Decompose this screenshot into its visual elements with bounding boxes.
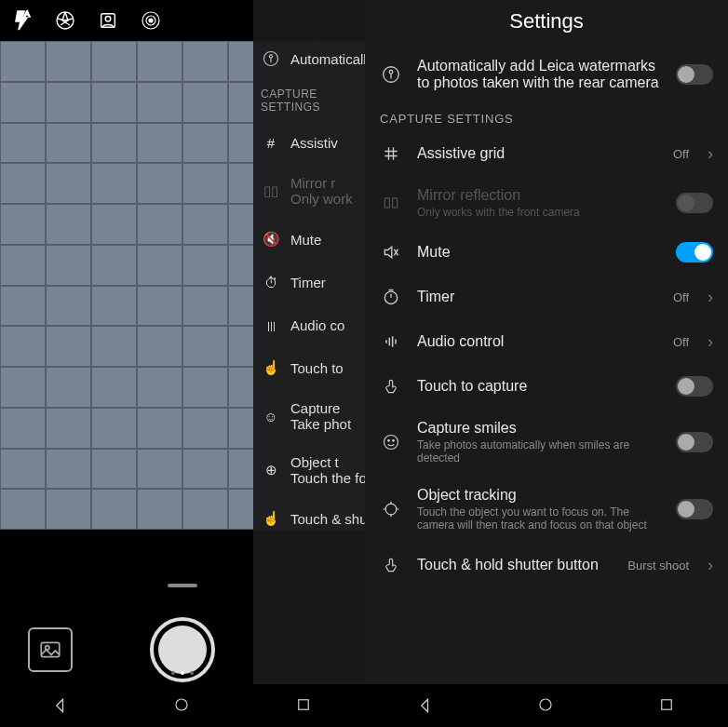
svg-point-18 (384, 436, 398, 450)
watermark-icon (261, 48, 281, 69)
svg-point-10 (269, 55, 272, 58)
chevron-right-icon: › (708, 556, 713, 575)
crosshair-icon (380, 498, 402, 520)
overlay-section-header: CAPTURE SETTINGS (253, 80, 365, 121)
home-icon[interactable] (537, 696, 556, 715)
touch-icon (380, 375, 402, 397)
smile-icon (380, 431, 402, 453)
mirror-sublabel: Only works with the front camera (417, 206, 661, 219)
drawer-handle-icon[interactable] (168, 584, 197, 587)
watermark-toggle[interactable] (676, 64, 713, 85)
svg-point-11 (176, 699, 187, 710)
settings-list: Automatically add Leica watermarks to ph… (365, 47, 728, 712)
smiles-sublabel: Take photos automatically when smiles ar… (417, 438, 661, 464)
mirror-icon: ▯▯ (261, 181, 281, 201)
mute-icon (380, 241, 402, 263)
svg-rect-16 (393, 198, 398, 208)
camera-page-dots (171, 671, 194, 675)
touch-icon: ☝ (261, 357, 281, 378)
audio-label: Audio control (417, 333, 658, 350)
audio-bars-icon (380, 330, 402, 353)
watermark-stamp-icon (380, 63, 402, 86)
camera-phone-screen: A // decorative windows filled later - f… (0, 0, 365, 727)
grid-icon (380, 142, 402, 165)
smiles-toggle[interactable] (676, 432, 713, 452)
settings-title: Settings (365, 0, 728, 47)
aperture-icon[interactable] (52, 7, 78, 34)
svg-rect-23 (662, 700, 672, 710)
recents-icon[interactable] (295, 696, 314, 715)
row-assistive-grid[interactable]: Assistive grid Off › (365, 131, 728, 176)
mute-label: Mute (417, 244, 661, 261)
gallery-button[interactable] (28, 627, 73, 672)
svg-point-14 (389, 70, 393, 74)
hold-value: Burst shoot (627, 559, 689, 572)
row-audio-control[interactable]: Audio control Off › (365, 319, 728, 364)
svg-text:A: A (24, 9, 30, 19)
watermark-label: Automatically add Leica watermarks to ph… (417, 58, 661, 91)
track-label: Object tracking (417, 487, 661, 504)
target-icon: ⊕ (261, 460, 281, 480)
mirror-toggle (676, 193, 713, 213)
back-icon[interactable] (416, 696, 435, 715)
touch-hold-icon: ☝ (261, 508, 281, 529)
timer-icon (380, 286, 402, 308)
row-watermark[interactable]: Automatically add Leica watermarks to ph… (365, 47, 728, 102)
flash-auto-icon[interactable]: A (9, 7, 35, 34)
track-sublabel: Touch the object you want to focus on. T… (417, 505, 661, 532)
home-icon[interactable] (173, 696, 192, 715)
svg-rect-12 (298, 700, 308, 710)
mute-icon: 🔇 (261, 229, 281, 249)
chevron-right-icon: › (708, 144, 713, 164)
settings-phone-screen: Settings Automatically add Leica waterma… (365, 0, 728, 727)
mirror-label: Mirror reflection (417, 187, 661, 204)
row-object-tracking[interactable]: Object tracking Touch the object you wan… (365, 476, 728, 543)
svg-point-3 (105, 16, 111, 21)
settings-overlay-partial: Automatically add Leica watermarks… CAPT… (253, 0, 365, 684)
timer-icon: ⏱ (261, 272, 281, 292)
audio-icon: ⫼ (261, 315, 281, 335)
svg-point-21 (385, 504, 397, 515)
grid-label: Assistive grid (417, 145, 658, 162)
svg-point-20 (393, 440, 395, 442)
hold-label: Touch & hold shutter button (417, 557, 613, 573)
row-mirror-reflection: Mirror reflection Only works with the fr… (365, 176, 728, 230)
timer-value: Off (673, 290, 689, 304)
grid-icon: # (261, 132, 281, 153)
mirror-icon (380, 192, 402, 214)
audio-value: Off (673, 335, 689, 349)
overlay-watermark-label: Automatically add Leica watermarks… (290, 51, 365, 67)
svg-point-6 (149, 19, 153, 22)
touch-toggle[interactable] (676, 376, 713, 397)
row-touch-capture[interactable]: Touch to capture (365, 364, 728, 409)
row-capture-smiles[interactable]: Capture smiles Take photos automatically… (365, 409, 728, 476)
android-nav-bar (365, 684, 728, 727)
row-touch-hold-shutter[interactable]: Touch & hold shutter button Burst shoot … (365, 543, 728, 587)
section-capture-settings: CAPTURE SETTINGS (365, 102, 728, 131)
row-timer[interactable]: Timer Off › (365, 275, 728, 319)
timer-label: Timer (417, 289, 658, 305)
row-mute[interactable]: Mute (365, 230, 728, 275)
chevron-right-icon: › (708, 332, 713, 352)
track-toggle[interactable] (676, 499, 713, 519)
dial-icon[interactable] (138, 7, 164, 34)
touch-hold-icon (380, 554, 402, 576)
touch-label: Touch to capture (417, 378, 661, 395)
back-icon[interactable] (51, 696, 70, 715)
smile-icon: ☺ (261, 406, 281, 426)
grid-value: Off (673, 147, 689, 161)
svg-point-19 (388, 440, 390, 442)
svg-point-22 (540, 699, 551, 710)
mute-toggle[interactable] (676, 242, 713, 263)
smiles-label: Capture smiles (417, 420, 661, 437)
portrait-icon[interactable] (95, 7, 121, 34)
recents-icon[interactable] (658, 696, 677, 715)
svg-rect-15 (384, 198, 389, 208)
android-nav-bar (0, 684, 365, 727)
chevron-right-icon: › (708, 288, 713, 307)
